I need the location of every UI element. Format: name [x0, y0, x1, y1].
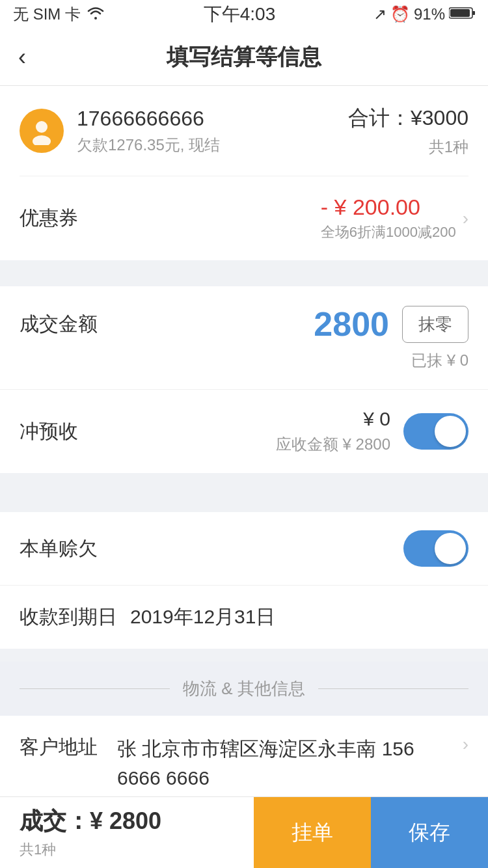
debt-row-wrap: 本单赊欠 — [0, 512, 488, 585]
avatar — [20, 109, 64, 153]
customer-debt: 欠款1276.35元, 现结 — [77, 135, 220, 156]
deal-amount-row: 成交金额 2800 抹零 已抹 ¥ 0 — [0, 286, 488, 389]
deal-amount: 2800 — [314, 305, 389, 344]
debt-toggle-knob — [435, 533, 466, 564]
logistics-text: 物流 & 其他信息 — [183, 677, 305, 700]
customer-left: 17666666666 欠款1276.35元, 现结 — [20, 107, 220, 156]
bottom-deal-label: 成交： — [20, 807, 90, 834]
customer-info: 17666666666 欠款1276.35元, 现结 — [77, 107, 220, 156]
deal-section: 成交金额 2800 抹零 已抹 ¥ 0 冲预收 ¥ 0 应收金额 ¥ 2800 — [0, 286, 488, 473]
wifi-icon — [86, 5, 105, 23]
due-section: 收款到期日 2019年12月31日 — [0, 585, 488, 649]
advance-right: ¥ 0 应收金额 ¥ 2800 — [276, 408, 468, 455]
customer-phone: 17666666666 — [77, 107, 220, 131]
coupon-label: 优惠券 — [20, 205, 78, 232]
gray-gap-2 — [0, 486, 488, 499]
coupon-right: - ¥ 200.00 全场6折满1000减200 › — [321, 195, 468, 242]
advance-amount: ¥ 0 — [276, 408, 390, 430]
coupon-desc: 全场6折满1000减200 — [321, 223, 456, 242]
total-count: 共1种 — [348, 137, 468, 157]
status-time: 下午4:03 — [204, 2, 276, 27]
deal-right: 2800 抹零 — [314, 305, 468, 344]
debt-section: 本单赊欠 收款到期日 2019年12月31日 — [0, 512, 488, 649]
alarm-icon: ⏰ — [390, 5, 410, 23]
bottom-summary: 成交：¥ 2800 共1种 — [0, 806, 254, 860]
battery-icon — [449, 5, 475, 23]
nav-bar: ‹ 填写结算等信息 — [0, 29, 488, 86]
address-chevron-icon: › — [463, 734, 468, 755]
deal-label: 成交金额 — [20, 311, 98, 338]
chevron-right-icon: › — [463, 208, 468, 229]
back-button[interactable]: ‹ — [18, 44, 26, 71]
bottom-bar: 成交：¥ 2800 共1种 挂单 保存 — [0, 796, 488, 868]
total-amount: 合计：¥3000 — [348, 104, 468, 133]
logistics-divider: 物流 & 其他信息 — [0, 662, 488, 716]
advance-label: 冲预收 — [20, 418, 78, 445]
save-button[interactable]: 保存 — [371, 797, 488, 869]
svg-point-4 — [33, 135, 51, 145]
toggle-knob — [435, 416, 466, 447]
status-left: 无 SIM 卡 — [13, 4, 105, 25]
advance-amount-block: ¥ 0 应收金额 ¥ 2800 — [276, 408, 390, 455]
coupon-amount: - ¥ 200.00 — [321, 195, 456, 220]
advance-toggle[interactable] — [403, 413, 468, 450]
customer-right: 合计：¥3000 共1种 — [348, 104, 468, 157]
logistics-line-right — [318, 688, 468, 689]
advance-sub: 应收金额 ¥ 2800 — [276, 434, 390, 455]
svg-rect-2 — [450, 9, 470, 17]
status-right: ↗ ⏰ 91% — [373, 5, 475, 23]
bottom-deal-amount: ¥ 2800 — [90, 807, 161, 834]
bottom-count: 共1种 — [20, 840, 234, 860]
bottom-deal: 成交：¥ 2800 — [20, 806, 234, 837]
debt-row: 本单赊欠 — [20, 530, 468, 567]
page-title: 填写结算等信息 — [167, 42, 321, 72]
svg-rect-1 — [472, 11, 475, 15]
deal-row: 成交金额 2800 抹零 — [20, 305, 468, 344]
status-bar: 无 SIM 卡 下午4:03 ↗ ⏰ 91% — [0, 0, 488, 29]
address-label: 客户地址 — [20, 734, 98, 761]
address-value: 张 北京市市辖区海淀区永丰南 156 6666 6666 — [117, 734, 456, 793]
svg-point-3 — [36, 121, 47, 133]
debt-label: 本单赊欠 — [20, 536, 98, 562]
debt-toggle[interactable] — [403, 530, 468, 567]
location-icon: ↗ — [373, 5, 386, 23]
round-button[interactable]: 抹零 — [402, 306, 468, 343]
due-value: 2019年12月31日 — [130, 604, 275, 631]
due-label: 收款到期日 — [20, 604, 117, 631]
address-row: 客户地址 张 北京市市辖区海淀区永丰南 156 6666 6666 › — [20, 734, 468, 793]
pending-button[interactable]: 挂单 — [254, 797, 371, 869]
battery-level: 91% — [414, 5, 445, 23]
advance-row: 冲预收 ¥ 0 应收金额 ¥ 2800 — [20, 408, 468, 455]
coupon-row[interactable]: 优惠券 - ¥ 200.00 全场6折满1000减200 › — [0, 176, 488, 260]
advance-section: 冲预收 ¥ 0 应收金额 ¥ 2800 — [0, 389, 488, 473]
due-row: 收款到期日 2019年12月31日 — [20, 604, 468, 631]
logistics-line-left — [20, 688, 170, 689]
customer-row: 17666666666 欠款1276.35元, 现结 合计：¥3000 共1种 — [0, 86, 488, 176]
deal-sub: 已抹 ¥ 0 — [20, 350, 468, 371]
gray-gap-1 — [0, 273, 488, 286]
sim-status: 无 SIM 卡 — [13, 4, 81, 25]
customer-section: 17666666666 欠款1276.35元, 现结 合计：¥3000 共1种 … — [0, 86, 488, 260]
